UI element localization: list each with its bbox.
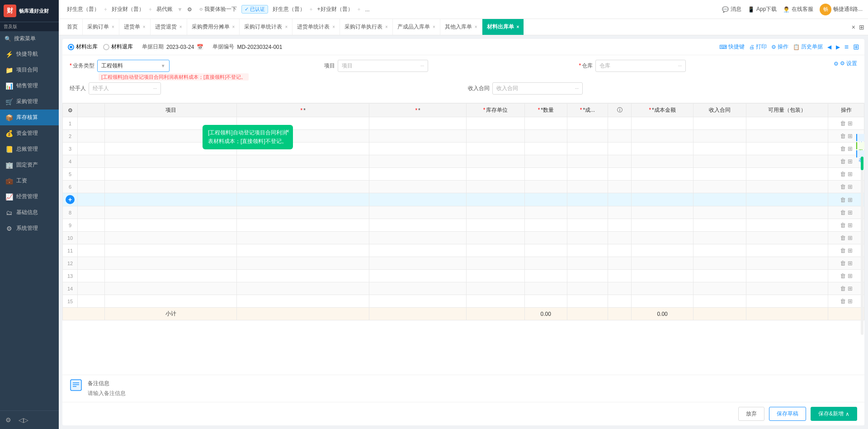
cost-price-cell[interactable] [567,206,608,219]
project-cell[interactable] [105,295,237,308]
material-code-cell[interactable] [237,219,369,232]
cost-price-cell[interactable] [567,232,608,244]
material-code-cell[interactable] [237,270,369,282]
material-name-cell[interactable] [369,117,466,130]
project-cell[interactable] [105,257,237,270]
copy-row-button[interactable]: ⊞ [848,298,853,305]
qty-cell[interactable] [524,206,567,219]
contract-cell[interactable] [693,206,746,219]
available-cell[interactable] [746,244,828,257]
sidebar-item-finance[interactable]: 💰 资金管理 [0,125,59,141]
income-contract-input[interactable]: 收入合同 ··· [492,82,583,95]
copy-row-button[interactable]: ⊞ [848,222,853,229]
qty-cell[interactable] [524,155,567,168]
material-name-cell[interactable] [369,282,466,295]
contract-cell[interactable] [693,117,746,130]
qty-cell[interactable] [524,282,567,295]
cost-price-cell[interactable] [567,130,608,143]
project-input-active[interactable] [108,195,234,204]
contract-cell[interactable] [693,143,746,155]
cost-price-cell[interactable] [567,219,608,232]
copy-row-button[interactable]: ⊞ [848,196,853,203]
right-panel-button-3[interactable]: 表 [856,150,864,157]
cost-amount-cell[interactable] [632,219,693,232]
copy-row-button[interactable]: ⊞ [848,158,853,165]
cost-amount-cell[interactable] [632,168,693,181]
cost-price-cell[interactable] [567,117,608,130]
available-cell[interactable] [746,117,828,130]
cost-price-cell[interactable] [567,155,608,168]
project-cell[interactable] [105,155,237,168]
notes-input[interactable] [88,388,156,398]
material-name-cell[interactable] [369,168,466,181]
available-cell[interactable] [746,270,828,282]
tab-goods-receipt[interactable]: 进货单 × [119,19,151,35]
cost-amount-cell[interactable] [632,130,693,143]
copy-row-button[interactable]: ⊞ [848,234,853,241]
form-view-button[interactable]: ⊞ [853,43,859,51]
vertical-scrollbar[interactable] [861,157,863,335]
project-cell[interactable] [105,168,237,181]
tooltip-close-button[interactable]: × [286,127,289,136]
unit-cell[interactable] [467,130,525,143]
material-input-active[interactable] [240,195,366,204]
unit-cell[interactable] [467,117,525,130]
topbar-link-2[interactable]: 好业财（普） [109,5,147,14]
cost-price-cell-active[interactable] [567,193,608,206]
project-cell[interactable] [105,181,237,193]
business-type-input[interactable]: 工程领料 ▼ [97,60,170,72]
sidebar-item-project[interactable]: 📁 项目合同 [0,62,59,78]
material-code-cell[interactable] [237,282,369,295]
material-code-cell[interactable] [237,181,369,193]
available-cell[interactable] [746,181,828,193]
tab-grid-view-button[interactable]: ⊞ [859,24,864,31]
next-doc-button[interactable]: ▶ [836,44,840,50]
cost-amount-cell[interactable] [632,257,693,270]
topbar-link-4[interactable]: 好生意（普） [270,5,308,14]
material-name-cell[interactable] [369,143,466,155]
material-name-cell[interactable] [369,270,466,282]
qty-cell[interactable] [524,295,567,308]
unit-cell-active[interactable] [467,193,525,206]
page-settings-button[interactable]: ⚙ ⚙ 设置 [834,60,857,67]
delete-row-button[interactable]: 🗑 [840,133,846,139]
doc-number-value[interactable]: MD-20230324-001 [237,44,282,50]
contract-cell[interactable] [693,257,746,270]
contract-cell[interactable] [693,130,746,143]
calendar-icon[interactable]: 📅 [197,44,203,50]
topbar-link-1[interactable]: 好生意（普） [64,5,102,14]
material-name-cell[interactable] [369,155,466,168]
material-name-cell[interactable] [369,181,466,193]
available-cell[interactable] [746,257,828,270]
prev-doc-button[interactable]: ◀ [827,44,831,50]
unit-cell[interactable] [467,219,525,232]
user-menu[interactable]: 畅 畅捷通8路... [820,4,863,15]
tab-finished-goods[interactable]: 产成品入库单 × [393,19,440,35]
material-name-cell[interactable] [369,130,466,143]
save-dropdown-icon[interactable]: ∧ [845,411,849,417]
unit-cell[interactable] [467,270,525,282]
history-button[interactable]: 📋 历史单据 [793,43,823,51]
cost-price-cell[interactable] [567,295,608,308]
contract-cell[interactable] [693,244,746,257]
sidebar-item-payroll[interactable]: 💼 工资 [0,173,59,189]
material-name-cell[interactable] [369,206,466,219]
unit-cell[interactable] [467,206,525,219]
cost-price-cell[interactable] [567,282,608,295]
project-cell[interactable] [105,282,237,295]
qty-cell[interactable] [524,168,567,181]
material-name-cell[interactable] [369,244,466,257]
cost-amount-cell[interactable] [632,295,693,308]
available-cell[interactable] [746,130,828,143]
project-cell[interactable] [105,232,237,244]
cost-price-cell[interactable] [567,257,608,270]
unit-cell[interactable] [467,295,525,308]
material-name-cell[interactable] [369,257,466,270]
qty-cell[interactable] [524,244,567,257]
right-panel-button-2[interactable]: 图 [856,142,864,149]
unit-cell[interactable] [467,232,525,244]
topbar-trial-link[interactable]: ○ 我要体验一下 [197,5,240,14]
contract-cell[interactable] [693,295,746,308]
tab-purchase-order[interactable]: 采购订单 × [83,19,119,35]
material-code-cell[interactable] [237,257,369,270]
